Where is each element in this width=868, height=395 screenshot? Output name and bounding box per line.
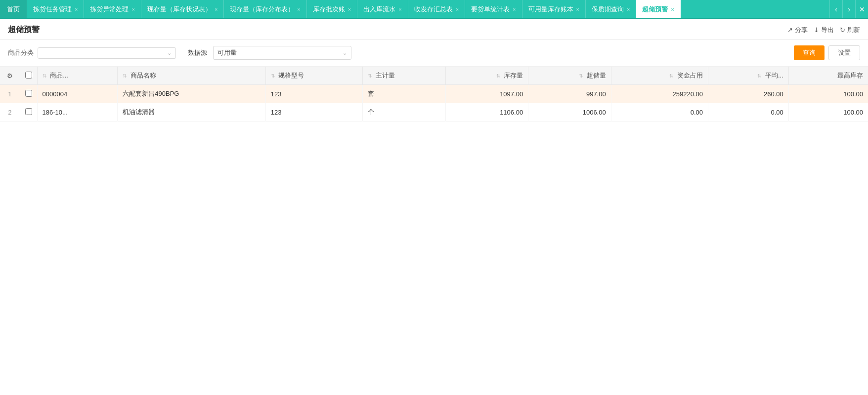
col-gear[interactable]: ⚙: [0, 67, 20, 85]
settings-button[interactable]: 设置: [828, 45, 860, 60]
col-capital[interactable]: ⇅ 资金占用: [611, 67, 708, 85]
nav-arrow-close[interactable]: ✕: [855, 0, 868, 19]
nav-item-available-ledger[interactable]: 可用量库存账本×: [522, 0, 586, 18]
row-stock: 1097.00: [445, 85, 528, 103]
category-select[interactable]: ⌄: [38, 47, 176, 59]
select-all-checkbox[interactable]: [25, 72, 32, 79]
row-checkbox[interactable]: [25, 90, 32, 97]
top-navigation: 首页 拣货任务管理×拣货异常处理×现存量（库存状况表）×现存量（库存分布表）×库…: [0, 0, 868, 19]
page-header: 超储预警 ↗ 分享 ⤓ 导出 ↻ 刷新: [0, 19, 868, 40]
row-sku-name: 六配套新昌490BPG: [118, 85, 265, 103]
col-unit[interactable]: ⇅ 主计量: [363, 67, 446, 85]
share-label: 分享: [795, 26, 808, 35]
row-unit: 个: [363, 103, 446, 121]
datasource-label: 数据源: [188, 48, 207, 57]
table-header-row: ⚙ ⇅ 商品... ⇅ 商品名称 ⇅ 规格型号: [0, 67, 868, 85]
nav-arrow-right[interactable]: ›: [842, 0, 855, 19]
nav-close-inventory-dist[interactable]: ×: [297, 6, 300, 12]
col-overstock[interactable]: ⇅ 超储量: [528, 67, 611, 85]
refresh-label: 刷新: [847, 26, 860, 35]
nav-item-inout-flow[interactable]: 出入库流水×: [357, 0, 408, 18]
datasource-chevron-icon: ⌄: [343, 50, 347, 56]
col-capital-label: 资金占用: [677, 72, 703, 79]
category-chevron-icon: ⌄: [167, 50, 172, 56]
row-sku-code: 186-10...: [37, 103, 118, 121]
row-max-stock: 100.00: [788, 85, 868, 103]
col-avg-label: 平均...: [765, 72, 783, 79]
nav-item-task-mgmt[interactable]: 拣货任务管理×: [27, 0, 84, 18]
sort-icon: ⇅: [757, 73, 761, 79]
nav-close-collect-summary[interactable]: ×: [456, 6, 459, 12]
datasource-select[interactable]: 可用量 ⌄: [213, 46, 351, 60]
col-unit-label: 主计量: [376, 72, 395, 79]
export-label: 导出: [821, 26, 834, 35]
col-avg[interactable]: ⇅ 平均...: [708, 67, 789, 85]
share-button[interactable]: ↗ 分享: [787, 26, 808, 35]
col-sku-code[interactable]: ⇅ 商品...: [37, 67, 118, 85]
col-spec-label: 规格型号: [278, 72, 304, 79]
row-capital: 259220.00: [611, 85, 708, 103]
datasource-filter-group: 数据源 可用量 ⌄: [188, 46, 351, 60]
nav-home[interactable]: 首页: [0, 0, 27, 18]
nav-item-collect-summary[interactable]: 收发存汇总表×: [408, 0, 465, 18]
col-spec[interactable]: ⇅ 规格型号: [265, 67, 362, 85]
col-stock[interactable]: ⇅ 库存量: [445, 67, 528, 85]
sort-icon: ⇅: [496, 73, 500, 79]
nav-item-inventory-dist[interactable]: 现存量（库存分布表）×: [224, 0, 306, 18]
row-checkbox[interactable]: [25, 108, 32, 115]
sort-icon: ⇅: [368, 73, 372, 79]
row-spec: 123: [265, 85, 362, 103]
row-unit: 套: [363, 85, 446, 103]
nav-close-order-stats[interactable]: ×: [513, 6, 516, 12]
nav-close-available-ledger[interactable]: ×: [576, 6, 579, 12]
nav-close-abnormal[interactable]: ×: [131, 6, 134, 12]
col-sku-name[interactable]: ⇅ 商品名称: [118, 67, 265, 85]
row-num: 1: [0, 85, 20, 103]
sort-icon: ⇅: [43, 73, 46, 79]
nav-arrows: ‹ › ✕: [829, 0, 868, 19]
col-checkbox-header[interactable]: [20, 67, 37, 85]
nav-close-task-mgmt[interactable]: ×: [75, 6, 78, 12]
col-sku-name-label: 商品名称: [130, 72, 156, 79]
nav-item-quality-check[interactable]: 保质期查询×: [586, 0, 636, 18]
nav-arrow-left[interactable]: ‹: [829, 0, 842, 19]
nav-close-quality-check[interactable]: ×: [627, 6, 630, 12]
gear-icon: ⚙: [7, 72, 13, 79]
nav-close-inventory-status[interactable]: ×: [215, 6, 217, 12]
category-label: 商品分类: [8, 48, 34, 57]
export-button[interactable]: ⤓ 导出: [814, 26, 834, 35]
page-title: 超储预警: [8, 25, 40, 35]
nav-close-batch-account[interactable]: ×: [348, 6, 351, 12]
row-checkbox-cell[interactable]: [20, 85, 37, 103]
col-sku-code-label: 商品...: [50, 72, 68, 79]
data-table: ⚙ ⇅ 商品... ⇅ 商品名称 ⇅ 规格型号: [0, 67, 868, 121]
header-actions: ↗ 分享 ⤓ 导出 ↻ 刷新: [787, 26, 860, 35]
nav-item-inventory-status[interactable]: 现存量（库存状况表）×: [141, 0, 224, 18]
nav-close-overstock-warning[interactable]: ×: [671, 6, 674, 12]
sort-icon: ⇅: [271, 73, 275, 79]
row-sku-code: 0000004: [37, 85, 118, 103]
filter-row: 商品分类 ⌄ 数据源 可用量 ⌄ 查询 设置: [0, 40, 868, 67]
filter-actions: 查询 设置: [794, 45, 860, 60]
refresh-button[interactable]: ↻ 刷新: [840, 26, 860, 35]
row-capital: 0.00: [611, 103, 708, 121]
col-overstock-label: 超储量: [587, 72, 606, 79]
row-checkbox-cell[interactable]: [20, 103, 37, 121]
col-stock-label: 库存量: [504, 72, 523, 79]
row-avg: 0.00: [708, 103, 789, 121]
nav-item-batch-account[interactable]: 库存批次账×: [307, 0, 357, 18]
refresh-icon: ↻: [840, 26, 845, 34]
nav-item-order-stats[interactable]: 要货单统计表×: [465, 0, 522, 18]
col-max-stock[interactable]: 最高库存: [788, 67, 868, 85]
table-container: ⚙ ⇅ 商品... ⇅ 商品名称 ⇅ 规格型号: [0, 67, 868, 121]
nav-item-overstock-warning[interactable]: 超储预警×: [636, 0, 680, 18]
row-spec: 123: [265, 103, 362, 121]
query-button[interactable]: 查询: [794, 45, 825, 60]
nav-item-abnormal[interactable]: 拣货异常处理×: [84, 0, 141, 18]
row-max-stock: 100.00: [788, 103, 868, 121]
export-icon: ⤓: [814, 26, 819, 34]
row-overstock: 1006.00: [528, 103, 611, 121]
col-max-stock-label: 最高库存: [837, 72, 863, 79]
datasource-value: 可用量: [217, 48, 237, 57]
nav-close-inout-flow[interactable]: ×: [398, 6, 401, 12]
